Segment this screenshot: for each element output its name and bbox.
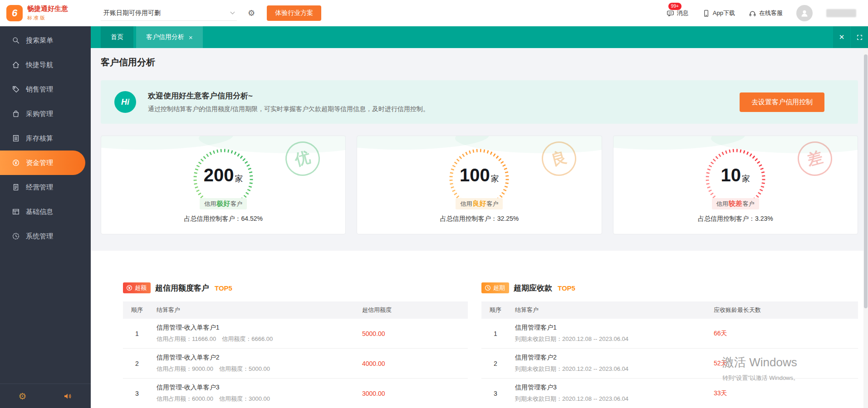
- sidebar-item-purchase-management[interactable]: 采购管理: [0, 102, 91, 126]
- warehouse-icon: [12, 134, 20, 142]
- gear-icon[interactable]: ⚙: [248, 8, 255, 18]
- customer-detail: 到期未收款日期：2020.12.02 -- 2023.06.04: [515, 365, 703, 373]
- table-title: 超信用额度客户: [155, 283, 209, 293]
- trial-plan-button[interactable]: 体验行业方案: [267, 5, 321, 21]
- close-icon[interactable]: ×: [189, 34, 193, 41]
- table-row[interactable]: 2 信用管理客户2 到期未收款日期：2020.12.02 -- 2023.06.…: [481, 349, 858, 379]
- period-dropdown[interactable]: 开账日期可停用可删: [101, 6, 237, 21]
- share-of-total: 占总信用控制客户：3.23%: [613, 215, 858, 223]
- credit-card-excellent: 200家 信用极好客户 占总信用控制客户：64.52% 优: [101, 136, 346, 234]
- over-credit-limit-table: 超额 超信用额度客户 TOP5 顺序 结算客户 超信用额度 1 信用管理-收入单…: [123, 282, 468, 408]
- tab-credit-analysis[interactable]: 客户信用分析 ×: [136, 26, 203, 48]
- sidebar-item-search-menu[interactable]: 搜索菜单: [0, 28, 91, 53]
- search-icon: [12, 36, 20, 44]
- upper-section: 客户信用分析 Hi 欢迎使用好生意客户信用分析~ 通过控制结算客户的信用额度/信…: [91, 48, 868, 251]
- col-index: 顺序: [481, 301, 510, 319]
- row-index: 3: [481, 379, 510, 408]
- badge-label: 超期: [493, 284, 505, 292]
- customer-name: 信用管理-收入单客户3: [157, 384, 351, 392]
- customer-name: 信用管理-收入单客户1: [157, 324, 351, 332]
- credit-limit-icon: [126, 285, 132, 291]
- sidebar-item-label: 库存核算: [26, 134, 53, 143]
- grade-stamp: 差: [794, 137, 836, 180]
- badge-prefix: 信用: [204, 200, 216, 207]
- badge-suffix: 客户: [743, 200, 755, 207]
- banner-desc: 通过控制结算客户的信用额度/信用期限，可实时掌握客户欠款超期等信用信息，及时进行…: [148, 105, 429, 113]
- sidebar-item-fund-management[interactable]: 资金管理: [0, 151, 85, 175]
- messages-label: 消息: [677, 9, 689, 17]
- sidebar-item-business-management[interactable]: 经营管理: [0, 175, 91, 199]
- table-row[interactable]: 1 信用管理客户1 到期未收款日期：2020.12.08 -- 2023.06.…: [481, 319, 858, 349]
- clock-icon: [485, 285, 491, 291]
- table-header-row: 顺序 结算客户 应收账龄最长天数: [481, 301, 858, 319]
- badge-prefix: 信用: [460, 200, 472, 207]
- messages-button[interactable]: 99+ 消息: [667, 9, 689, 17]
- home-icon: [12, 61, 20, 69]
- sidebar-item-label: 经营管理: [26, 183, 53, 192]
- table-row[interactable]: 3 信用管理客户3 到期未收款日期：2020.12.08 -- 2023.06.…: [481, 379, 858, 408]
- app-download-button[interactable]: App下载: [702, 9, 735, 17]
- avatar[interactable]: [796, 5, 813, 21]
- phone-icon: [702, 10, 710, 17]
- sidebar-item-basic-info[interactable]: 基础信息: [0, 199, 91, 224]
- fullscreen-icon[interactable]: [851, 26, 868, 48]
- over-limit-value: 5000.00: [357, 319, 468, 349]
- period-dropdown-value: 开账日期可停用可删: [103, 9, 161, 17]
- credit-card-poor: 10家 信用较差客户 占总信用控制客户：3.23% 差: [613, 136, 858, 234]
- close-all-icon[interactable]: ✕: [833, 26, 850, 48]
- customer-name: 信用管理客户2: [515, 354, 703, 362]
- sidebar-item-quick-nav[interactable]: 快捷导航: [0, 53, 91, 77]
- tabbar: 首页 客户信用分析 × ✕: [91, 26, 868, 48]
- overdue-badge: 超期: [481, 282, 509, 293]
- app-download-label: App下载: [713, 9, 735, 17]
- credit-summary-cards: 200家 信用极好客户 占总信用控制客户：64.52% 优: [101, 136, 858, 234]
- table-row[interactable]: 2 信用管理-收入单客户2 信用占用额：9000.00 信用额度：5000.00…: [123, 349, 468, 379]
- share-of-total: 占总信用控制客户：64.52%: [101, 215, 345, 223]
- announcement-speaker-icon[interactable]: [63, 392, 72, 401]
- grade-stamp: 良: [538, 137, 580, 180]
- table-row[interactable]: 3 信用管理-收入单客户3 信用占用额：6000.00 信用额度：3000.00…: [123, 379, 468, 408]
- customer-name: 信用管理-收入单客户2: [157, 354, 351, 362]
- badge-grade: 较差: [729, 199, 742, 207]
- col-customer: 结算客户: [151, 301, 357, 319]
- tab-home[interactable]: 首页: [101, 26, 133, 48]
- overdue-receivables-table: 超期 超期应收款 TOP5 顺序 结算客户 应收账龄最长天数 1 信用管理客户1: [481, 282, 858, 408]
- headset-icon: [749, 10, 756, 17]
- list-icon: [12, 208, 20, 216]
- col-aging-days: 应收账龄最长天数: [708, 301, 858, 319]
- sidebar-item-inventory-accounting[interactable]: 库存核算: [0, 126, 91, 151]
- over-limit-badge: 超额: [123, 282, 151, 293]
- badge-grade: 良好: [472, 199, 486, 207]
- count-unit: 家: [235, 174, 243, 183]
- topbar-right: 99+ 消息 App下载 在线客服: [667, 5, 868, 21]
- username-blurred: [826, 9, 856, 17]
- message-icon: [667, 10, 674, 17]
- count-unit: 家: [742, 174, 750, 183]
- credit-grade-badge: 信用极好客户: [200, 198, 247, 209]
- table-row[interactable]: 1 信用管理-收入单客户1 信用占用额：11666.00 信用额度：6666.0…: [123, 319, 468, 349]
- grade-stamp: 优: [282, 137, 324, 180]
- col-index: 顺序: [123, 301, 151, 319]
- vertical-scrollbar[interactable]: [863, 48, 868, 408]
- setup-credit-control-button[interactable]: 去设置客户信用控制: [740, 92, 824, 112]
- customer-detail: 信用占用额：6000.00 信用额度：3000.00: [157, 395, 351, 403]
- scrollbar-thumb[interactable]: [864, 54, 868, 308]
- customer-name: 信用管理客户3: [515, 384, 703, 392]
- sidebar-item-sales-management[interactable]: 销售管理: [0, 77, 91, 102]
- top5-label: TOP5: [558, 284, 575, 292]
- money-icon: [12, 159, 20, 167]
- main-content: 客户信用分析 Hi 欢迎使用好生意客户信用分析~ 通过控制结算客户的信用额度/信…: [91, 48, 868, 408]
- customer-detail: 到期未收款日期：2020.12.08 -- 2023.06.04: [515, 335, 703, 343]
- col-customer: 结算客户: [510, 301, 708, 319]
- welcome-banner: Hi 欢迎使用好生意客户信用分析~ 通过控制结算客户的信用额度/信用期限，可实时…: [101, 80, 858, 124]
- settings-gear-icon[interactable]: ⚙: [19, 391, 27, 402]
- hi-icon: Hi: [114, 91, 136, 113]
- table-header-row: 顺序 结算客户 超信用额度: [123, 301, 468, 319]
- sidebar-item-label: 销售管理: [26, 85, 53, 94]
- badge-suffix: 客户: [486, 200, 498, 207]
- sidebar-item-system-management[interactable]: 系统管理: [0, 224, 91, 248]
- sidebar-item-label: 资金管理: [26, 159, 53, 167]
- online-support-label: 在线客服: [759, 9, 783, 17]
- top5-label: TOP5: [215, 284, 232, 292]
- online-support-button[interactable]: 在线客服: [749, 9, 783, 17]
